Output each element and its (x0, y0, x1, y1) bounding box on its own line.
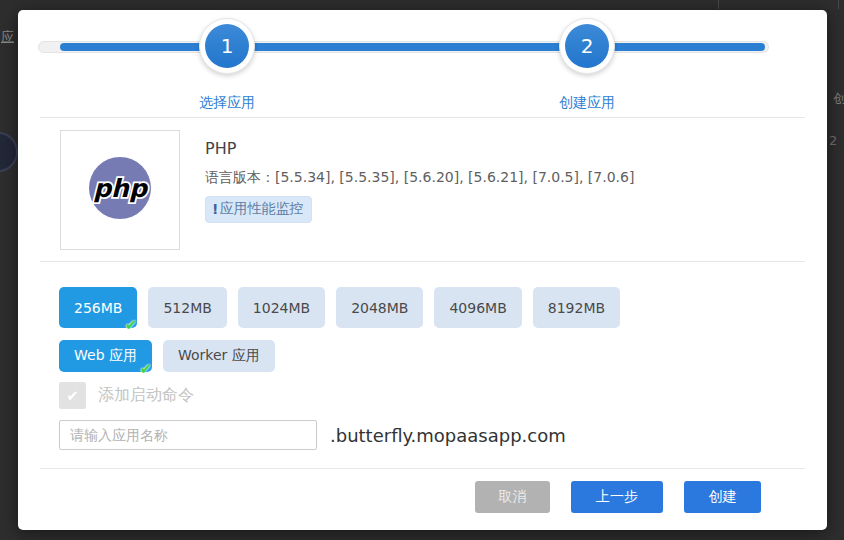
memory-option-256mb[interactable]: 256MB ✔ (59, 287, 137, 328)
memory-option-4096mb[interactable]: 4096MB (434, 287, 521, 328)
divider (40, 261, 805, 262)
memory-option-label: 2048MB (351, 300, 408, 316)
create-app-dialog: 1 2 选择应用 创建应用 php PHP 语言版本：[5.5.34], [5.… (18, 10, 827, 530)
step-1-circle: 1 (199, 18, 255, 74)
dialog-footer: 取消 上一步 创建 (18, 469, 827, 513)
memory-option-label: 1024MB (253, 300, 310, 316)
background-line (838, 0, 839, 9)
step-1-label: 选择应用 (167, 94, 287, 112)
cancel-button[interactable]: 取消 (475, 481, 550, 513)
app-type-options-row: Web 应用 ✔ Worker 应用 (59, 340, 827, 372)
app-info: PHP 语言版本：[5.5.34], [5.5.35], [5.6.20], [… (205, 130, 634, 250)
background-text-fragment: 2 (829, 133, 837, 148)
previous-step-button[interactable]: 上一步 (571, 481, 663, 513)
wizard-stepper: 1 2 选择应用 创建应用 (18, 10, 827, 117)
memory-option-512mb[interactable]: 512MB (148, 287, 226, 328)
background-line (718, 0, 719, 9)
performance-monitor-badge: ! 应用性能监控 (205, 196, 312, 223)
create-button[interactable]: 创建 (684, 481, 761, 513)
step-1-number: 1 (205, 24, 249, 68)
check-icon: ✔ (139, 360, 152, 378)
php-logo-card: php (60, 130, 180, 250)
memory-options-row: 256MB ✔ 512MB 1024MB 2048MB 4096MB 8192M… (59, 287, 827, 328)
memory-option-label: 512MB (163, 300, 211, 316)
memory-option-2048mb[interactable]: 2048MB (336, 287, 423, 328)
app-type-label: Web 应用 (74, 347, 137, 365)
app-title: PHP (205, 139, 634, 158)
badge-label: 应用性能监控 (219, 200, 303, 218)
selected-app-card: php PHP 语言版本：[5.5.34], [5.5.35], [5.6.20… (18, 118, 827, 261)
background-avatar-circle (0, 132, 18, 172)
svg-text:php: php (93, 174, 149, 203)
app-versions: 语言版本：[5.5.34], [5.5.35], [5.6.20], [5.6.… (205, 169, 634, 187)
memory-option-label: 256MB (74, 300, 122, 316)
app-type-option-worker[interactable]: Worker 应用 (163, 340, 275, 372)
app-name-row: .butterfly.mopaasapp.com (59, 420, 827, 450)
step-2-circle: 2 (559, 18, 615, 74)
monitor-icon: ! (212, 201, 218, 217)
startup-command-row: ✔ 添加启动命令 (59, 382, 827, 409)
step-2-number: 2 (565, 24, 609, 68)
background-text-fragment: 应 (1, 28, 17, 46)
memory-option-label: 4096MB (449, 300, 506, 316)
memory-option-label: 8192MB (548, 300, 605, 316)
app-config-section: 256MB ✔ 512MB 1024MB 2048MB 4096MB 8192M… (18, 287, 827, 450)
stepper-progress-bar (60, 43, 765, 51)
check-icon: ✔ (125, 316, 138, 334)
startup-command-checkbox[interactable]: ✔ (59, 382, 86, 409)
memory-option-8192mb[interactable]: 8192MB (533, 287, 620, 328)
memory-option-1024mb[interactable]: 1024MB (238, 287, 325, 328)
check-icon: ✔ (66, 387, 79, 405)
app-type-label: Worker 应用 (178, 347, 260, 365)
app-type-option-web[interactable]: Web 应用 ✔ (59, 340, 152, 372)
domain-suffix: .butterfly.mopaasapp.com (330, 425, 566, 446)
step-2-label: 创建应用 (527, 94, 647, 112)
background-text-fragment: 创 (833, 90, 844, 108)
php-logo-icon: php (88, 156, 152, 224)
app-name-input[interactable] (59, 420, 317, 450)
startup-command-label: 添加启动命令 (98, 385, 194, 406)
